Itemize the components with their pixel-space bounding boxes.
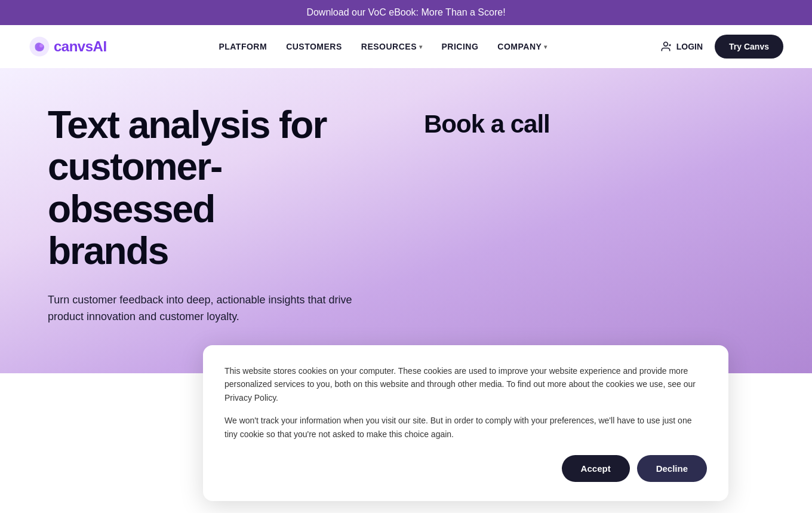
hero-left: Text analysis for customer-obsessed bran… [48,104,388,325]
cookie-text-2: We won't track your information when you… [224,414,707,441]
nav-customers[interactable]: CUSTOMERS [286,42,342,51]
book-call-title: Book a call [424,110,550,139]
logo-text: canvsAI [54,38,107,55]
cookie-decline-button[interactable]: Decline [637,455,707,482]
user-icon [660,41,672,53]
login-button[interactable]: LOGIN [660,41,703,53]
navbar-center: PLATFORM CUSTOMERS RESOURCES ▾ PRICING C… [219,42,548,51]
cookie-accept-button[interactable]: Accept [562,455,630,482]
top-banner[interactable]: Download our VoC eBook: More Than a Scor… [0,0,812,25]
hero-right: Book a call [388,104,764,139]
svg-point-1 [39,44,43,48]
svg-point-2 [663,42,668,47]
navbar: canvsAI PLATFORM CUSTOMERS RESOURCES ▾ P… [0,25,812,68]
resources-chevron-icon: ▾ [419,44,423,50]
cookie-buttons: Accept Decline [224,455,707,482]
nav-pricing[interactable]: PRICING [442,42,479,51]
company-chevron-icon: ▾ [544,44,548,50]
cookie-text-1: This website stores cookies on your comp… [224,364,707,404]
navbar-left: canvsAI [29,36,107,57]
hero-section: Text analysis for customer-obsessed bran… [0,68,812,373]
logo[interactable]: canvsAI [29,36,107,57]
cookie-banner: This website stores cookies on your comp… [203,345,728,493]
nav-company[interactable]: COMPANY ▾ [497,42,548,51]
banner-text: Download our VoC eBook: More Than a Scor… [306,7,505,17]
nav-platform[interactable]: PLATFORM [219,42,267,51]
logo-icon [29,36,50,57]
nav-resources[interactable]: RESOURCES ▾ [361,42,423,51]
hero-subtitle: Turn customer feedback into deep, action… [48,291,358,326]
hero-title: Text analysis for customer-obsessed bran… [48,104,388,272]
try-canvs-button[interactable]: Try Canvs [715,35,783,59]
navbar-right: LOGIN Try Canvs [660,35,783,59]
